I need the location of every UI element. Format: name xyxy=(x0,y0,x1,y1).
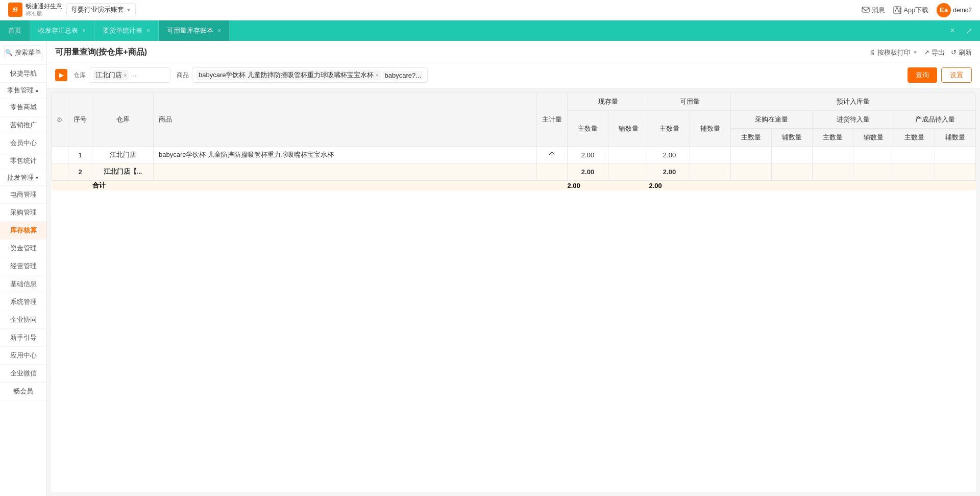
sidebar-item-marketing[interactable]: 营销推广 xyxy=(0,116,46,134)
cell-purchase-pending-main xyxy=(813,147,853,163)
cell-purchase-pending-aux-2 xyxy=(853,163,894,181)
export-btn[interactable]: ↗ 导出 xyxy=(924,48,945,57)
sidebar-search-label: 搜索菜单 xyxy=(15,49,41,56)
query-btn[interactable]: 查询 xyxy=(908,67,937,83)
footer-label: 合计 xyxy=(92,180,154,190)
footer-no xyxy=(68,180,92,190)
th-available-aux: 辅数量 xyxy=(690,111,731,147)
footer-available-aux xyxy=(690,180,731,190)
tab-available-stock-label: 可用量库存账本 xyxy=(167,26,213,35)
sidebar-item-wholesale[interactable]: 批发管理 xyxy=(0,170,46,186)
footer-purchase-transit-main xyxy=(731,180,772,190)
product-filter-input[interactable]: babycare学饮杯 儿童防摔防撞吸管杯重力球吸嘴杯宝宝水杯 × babyca… xyxy=(192,67,428,83)
cell-production-pending-aux xyxy=(935,147,976,163)
content-area: 可用量查询(按仓库+商品) 🖨 按模板打印 ▼ ↗ 导出 ↺ 刷新 ▶ xyxy=(47,41,980,496)
sidebar-item-purchase[interactable]: 采购管理 xyxy=(0,204,46,222)
th-warehouse: 仓库 xyxy=(92,93,154,147)
sidebar-item-ecommerce[interactable]: 电商管理 xyxy=(0,186,46,204)
tab-available-stock-close[interactable]: × xyxy=(217,27,221,34)
setting-btn[interactable]: 设置 xyxy=(941,67,972,83)
tab-receive-send[interactable]: 收发存汇总表 × xyxy=(30,20,94,41)
sidebar-item-basic-label: 基础信息 xyxy=(10,280,37,288)
warehouse-filter-input[interactable]: 江北门店 × ··· xyxy=(89,67,170,83)
sidebar-item-retail[interactable]: 零售管理 xyxy=(0,83,46,99)
th-no: 序号 xyxy=(68,93,92,147)
tab-spacer xyxy=(230,20,941,41)
logo-sub: 标准版 xyxy=(26,10,62,17)
user-area[interactable]: Ea demo2 xyxy=(937,3,972,17)
sidebar-item-retail-label: 零售管理 xyxy=(7,86,34,95)
top-bar-left: 好 畅捷通好生意 标准版 母婴行业演示账套 ▼ xyxy=(8,3,136,17)
th-purchase-transit: 采购在途量 xyxy=(731,111,813,129)
sidebar-search-btn[interactable]: 🔍 搜索菜单 xyxy=(4,45,42,60)
sidebar-item-app-center[interactable]: 应用中心 xyxy=(0,347,46,365)
tab-home[interactable]: 首页 xyxy=(0,20,30,41)
tab-expand-btn[interactable]: ⤢ xyxy=(962,23,976,38)
th-purchase-transit-main: 主数量 xyxy=(731,129,772,147)
sidebar-item-basic[interactable]: 基础信息 xyxy=(0,275,46,293)
cell-production-pending-main xyxy=(894,147,935,163)
sidebar-item-system[interactable]: 系统管理 xyxy=(0,293,46,311)
tab-receive-send-label: 收发存汇总表 xyxy=(38,26,78,35)
sidebar-item-member[interactable]: 会员中心 xyxy=(0,134,46,152)
sidebar-item-operation[interactable]: 经营管理 xyxy=(0,257,46,275)
tab-order-stat[interactable]: 要货单统计表 × xyxy=(94,20,159,41)
tab-receive-send-close[interactable]: × xyxy=(82,27,86,34)
cell-available-aux xyxy=(690,147,731,163)
refresh-btn[interactable]: ↺ 刷新 xyxy=(951,48,972,57)
warehouse-tag-close[interactable]: × xyxy=(124,72,127,78)
cell-product-2 xyxy=(154,163,537,181)
sidebar-item-quick-nav[interactable]: 快捷导航 xyxy=(0,65,46,83)
filter-expand-btn[interactable]: ▶ xyxy=(55,69,67,81)
print-btn[interactable]: 🖨 按模板打印 ▼ xyxy=(869,48,918,57)
warehouse-filter-dots[interactable]: ··· xyxy=(131,72,136,79)
product-tag1-close[interactable]: × xyxy=(375,72,378,78)
gear-icon[interactable]: ⚙ xyxy=(57,116,63,124)
svg-rect-0 xyxy=(862,7,869,12)
cell-warehouse: 江北门店 xyxy=(92,147,154,163)
logo-text: 畅捷通好生意 xyxy=(26,3,62,10)
cell-no-2: 2 xyxy=(68,163,92,181)
sidebar-item-marketing-label: 营销推广 xyxy=(10,121,37,129)
sidebar-item-retail-shop[interactable]: 零售商城 xyxy=(0,99,46,116)
th-gear: ⚙ xyxy=(52,93,68,147)
sidebar-item-retail-stat[interactable]: 零售统计 xyxy=(0,152,46,170)
sidebar-item-purchase-label: 采购管理 xyxy=(10,208,37,216)
message-btn[interactable]: 消息 xyxy=(862,6,885,15)
cell-production-pending-aux-2 xyxy=(935,163,976,181)
cell-available-main-2: 2.00 xyxy=(649,163,690,181)
industry-label: 母婴行业演示账套 xyxy=(71,5,124,14)
app-download-btn[interactable]: App App下载 xyxy=(893,6,928,15)
industry-selector[interactable]: 母婴行业演示账套 ▼ xyxy=(66,3,136,16)
sidebar-item-enterprise[interactable]: 企业协同 xyxy=(0,311,46,329)
th-purchase-pending-aux: 辅数量 xyxy=(853,129,894,147)
product-filter-group: 商品 babycare学饮杯 儿童防摔防撞吸管杯重力球吸嘴杯宝宝水杯 × bab… xyxy=(177,67,428,83)
sidebar-quick-nav-label: 快捷导航 xyxy=(10,69,37,77)
sidebar-item-retail-stat-label: 零售统计 xyxy=(10,157,37,164)
export-icon: ↗ xyxy=(924,49,929,56)
tab-available-stock[interactable]: 可用量库存账本 × xyxy=(159,20,230,41)
print-icon: 🖨 xyxy=(869,49,875,56)
sidebar-item-finance-label: 资金管理 xyxy=(10,244,37,252)
product-tag2-value: babycare?... xyxy=(385,72,422,79)
th-current-aux: 辅数量 xyxy=(608,111,649,147)
footer-purchase-pending-aux xyxy=(853,180,894,190)
sidebar-item-app-center-label: 应用中心 xyxy=(10,351,37,359)
export-label: 导出 xyxy=(932,48,945,57)
sidebar-item-guide[interactable]: 新手引导 xyxy=(0,329,46,347)
th-purchase-pending: 进货待入量 xyxy=(813,111,894,129)
tab-close-all-btn[interactable]: × xyxy=(945,23,960,38)
sidebar-item-inventory[interactable]: 库存核算 xyxy=(0,222,46,240)
tab-order-stat-close[interactable]: × xyxy=(146,27,150,34)
cell-unit: 个 xyxy=(537,147,568,163)
sidebar-item-finance[interactable]: 资金管理 xyxy=(0,240,46,257)
th-production-pending-aux: 辅数量 xyxy=(935,129,976,147)
sidebar-item-enterprise-wx[interactable]: 企业微信 xyxy=(0,365,46,383)
th-current-main: 主数量 xyxy=(568,111,608,147)
data-table: ⚙ 序号 仓库 商品 主计量 现存量 可用量 预计入库量 主数量 辅数量 主数量 xyxy=(51,92,976,190)
avatar: Ea xyxy=(937,3,951,17)
cell-no: 1 xyxy=(68,147,92,163)
sidebar-item-member2[interactable]: 畅会员 xyxy=(0,383,46,400)
footer-production-pending-aux xyxy=(935,180,976,190)
table-container[interactable]: ⚙ 序号 仓库 商品 主计量 现存量 可用量 预计入库量 主数量 辅数量 主数量 xyxy=(51,92,976,492)
